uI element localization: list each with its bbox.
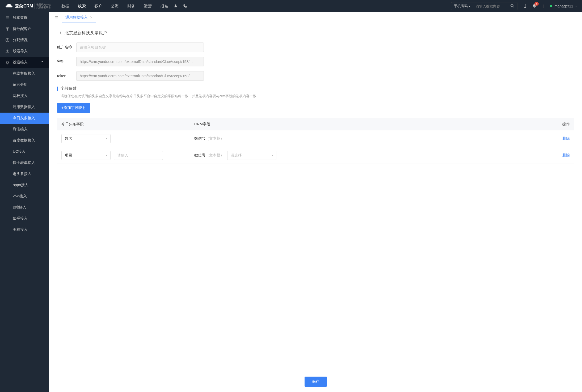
- bell-icon[interactable]: 5: [532, 4, 537, 9]
- secret-input[interactable]: [76, 57, 204, 66]
- search-type-select[interactable]: 手机号码 ▾: [451, 2, 473, 10]
- notification-badge: 5: [534, 2, 539, 6]
- user-menu[interactable]: manager11 ▾: [550, 4, 577, 8]
- sidebar-sub-item[interactable]: 快手表单接入: [0, 157, 49, 168]
- token-input[interactable]: [76, 71, 204, 81]
- sidebar-sub-item[interactable]: 知乎接入: [0, 213, 49, 224]
- sidebar-sub-item[interactable]: 腾讯接入: [0, 124, 49, 135]
- crm-field-type: （文本框）: [205, 136, 224, 140]
- nav-item[interactable]: 数据: [61, 4, 69, 9]
- svg-point-0: [175, 4, 176, 6]
- section-accent-bar: [57, 87, 58, 91]
- table-header-action: 操作: [554, 122, 570, 127]
- account-name-input[interactable]: [76, 42, 204, 52]
- crm-field-type: （文本框）: [205, 153, 224, 157]
- table-header: 今日头条字段 CRM字段 操作: [57, 118, 574, 130]
- sidebar-sub-item[interactable]: 留言分组: [0, 79, 49, 90]
- svg-point-4: [525, 7, 525, 7]
- token-label: token: [57, 74, 76, 78]
- nav-item[interactable]: 运营: [144, 4, 152, 9]
- logo-subtitle: 教育机构一站 式服务云平台: [35, 3, 51, 9]
- svg-rect-5: [6, 16, 9, 17]
- sidebar-item[interactable]: 线索接入⌃: [0, 57, 49, 68]
- sidebar-sub-item[interactable]: B站接入: [0, 202, 49, 213]
- sidebar-item[interactable]: 分配情况: [0, 35, 49, 46]
- logo: 云朵CRM 教育机构一站 式服务云平台: [5, 2, 51, 10]
- status-dot: [550, 5, 552, 7]
- nav-item[interactable]: 公海: [111, 4, 119, 9]
- username: manager11: [554, 4, 573, 8]
- mobile-icon[interactable]: [523, 4, 527, 9]
- tabs-menu-icon[interactable]: ☰: [52, 16, 62, 20]
- sidebar-item[interactable]: 线索导入: [0, 46, 49, 57]
- delete-row-button[interactable]: 删除: [562, 153, 570, 157]
- toutiao-field-input[interactable]: [114, 151, 163, 160]
- section-description: 请确保您在此填写的头条自定义字段名称与在今日头条平台中自定义的字段名称一致，并且…: [57, 94, 574, 99]
- add-field-mapping-button[interactable]: +添加字段映射: [57, 103, 90, 113]
- toutiao-field-select[interactable]: 姓名: [61, 134, 111, 143]
- search-button[interactable]: [508, 4, 517, 9]
- tab-close-icon[interactable]: ✕: [90, 16, 92, 19]
- nav-item[interactable]: 报名: [160, 4, 168, 9]
- sidebar-sub-item[interactable]: UC接入: [0, 146, 49, 157]
- svg-rect-6: [6, 18, 9, 18]
- search-input[interactable]: [473, 4, 508, 8]
- sidebar-item[interactable]: 待分配客户: [0, 23, 49, 35]
- nav-item[interactable]: 财务: [127, 4, 135, 9]
- table-row: 项目微信号（文本框）请选择删除: [57, 147, 574, 164]
- search-box: 手机号码 ▾: [451, 2, 517, 10]
- delete-row-button[interactable]: 删除: [562, 136, 570, 140]
- svg-rect-7: [6, 19, 9, 19]
- sidebar-sub-item[interactable]: 百度数据接入: [0, 135, 49, 146]
- page-title: 北京昱新科技头条账户: [65, 30, 107, 36]
- sidebar-sub-item[interactable]: 通用数据接入: [0, 101, 49, 113]
- phone-icon[interactable]: [183, 4, 187, 9]
- sidebar-sub-item[interactable]: 在线客服接入: [0, 68, 49, 79]
- back-arrow-icon[interactable]: 〈: [57, 30, 62, 36]
- sidebar-sub-item[interactable]: 美柚接入: [0, 224, 49, 235]
- toutiao-field-select[interactable]: 项目: [61, 151, 111, 160]
- crm-field-label: 微信号: [194, 136, 205, 140]
- crm-field-label: 微信号: [194, 153, 205, 157]
- table-header-toutiao: 今日头条字段: [61, 122, 194, 127]
- sidebar-sub-item[interactable]: oppo接入: [0, 180, 49, 191]
- svg-point-1: [511, 4, 513, 7]
- sidebar-sub-item[interactable]: vivo接入: [0, 191, 49, 202]
- sidebar-item[interactable]: 线索查询: [0, 12, 49, 23]
- svg-line-2: [513, 6, 514, 7]
- crm-field-select[interactable]: 请选择: [227, 151, 276, 160]
- sidebar-sub-item[interactable]: 趣头条接入: [0, 168, 49, 180]
- logo-text: 云朵CRM: [15, 3, 33, 9]
- sidebar-sub-item[interactable]: 网校接入: [0, 90, 49, 101]
- account-name-label: 账户名称: [57, 45, 76, 50]
- table-row: 姓名微信号（文本框）删除: [57, 130, 574, 147]
- save-button[interactable]: 保存: [305, 377, 327, 387]
- secret-label: 密钥: [57, 59, 76, 64]
- tab-general-data[interactable]: 通用数据接入 ✕: [62, 12, 96, 23]
- user-icon[interactable]: [174, 4, 178, 9]
- table-header-crm: CRM字段: [194, 122, 554, 127]
- nav-item[interactable]: 线索: [78, 4, 86, 9]
- nav-item[interactable]: 客户: [94, 4, 102, 9]
- section-title: 字段映射: [61, 86, 77, 91]
- sidebar-sub-item[interactable]: 今日头条接入: [0, 113, 49, 124]
